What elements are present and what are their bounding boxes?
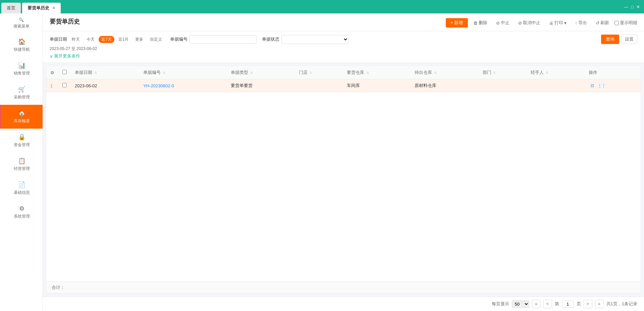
refresh-button[interactable]: ↺ 刷新 [592, 18, 612, 27]
refresh-label: 刷新 [600, 20, 609, 26]
new-button[interactable]: + 新增 [446, 18, 468, 28]
col-pending-warehouse[interactable]: 待出仓库 ⇅ [411, 66, 478, 79]
sidebar-item-label: 系统管理 [14, 214, 30, 219]
stop-button[interactable]: ⊘ 中止 [493, 18, 513, 27]
show-detail-toggle[interactable]: 显示明细 [614, 20, 637, 26]
date-filter-label: 单据日期 [50, 36, 67, 42]
op-view-icon[interactable]: ⊡ [589, 82, 596, 89]
sort-icon-department: ⇅ [493, 71, 496, 75]
total-label: 共1页，1条记录 [606, 301, 637, 307]
sidebar-item-label: 快捷导航 [14, 47, 30, 52]
page-number-input[interactable] [562, 301, 574, 308]
top-bar: 首页 要货单历史 ✕ — □ ✕ [0, 0, 644, 13]
op-icons: ⊡ ⋮⋮ [589, 82, 637, 89]
row-type: 要货单要货 [227, 79, 294, 92]
show-detail-checkbox[interactable] [614, 21, 619, 25]
sort-icon-pending-warehouse: ⇅ [434, 71, 437, 75]
sales-icon: 📊 [18, 62, 25, 69]
show-detail-label: 显示明细 [620, 20, 637, 26]
date-btn-today[interactable]: 今天 [84, 36, 97, 43]
settings-button[interactable]: 设置 [621, 35, 637, 44]
expand-down-icon: ∨ [50, 54, 53, 59]
row-number-link[interactable]: YH-20230602-0 [143, 83, 174, 88]
row-pending-warehouse: 原材料仓库 [411, 79, 478, 92]
main-content: 要货单历史 + 新增 🗑 删除 ⊘ 中止 ⊘ 取消中止 [43, 13, 644, 311]
filter-group-bill-number: 单据编号 [170, 35, 257, 44]
last-page-button[interactable]: » [595, 300, 604, 308]
sort-icon-number: ⇅ [163, 71, 165, 75]
export-icon: ↑ [575, 20, 578, 26]
select-all-checkbox[interactable] [62, 70, 67, 74]
sidebar-item-basic-info[interactable]: 📄 基础信息 [0, 176, 43, 200]
delete-button[interactable]: 🗑 删除 [470, 18, 491, 27]
sidebar-item-quick-nav[interactable]: 🏠 快捷导航 [0, 33, 43, 57]
operations-icon: 📋 [18, 157, 25, 165]
date-btn-more[interactable]: 更多 [132, 36, 146, 43]
date-btn-custom[interactable]: 自定义 [147, 36, 165, 43]
date-btn-1month[interactable]: 近1月 [116, 36, 131, 43]
expand-button[interactable]: ∨ 展开更多条件 [50, 53, 637, 59]
sidebar-item-inventory[interactable]: 🏠 库存核算 [0, 105, 43, 129]
sidebar-search[interactable]: 🔍 搜索菜单 [0, 13, 43, 33]
system-icon: ⚙ [19, 205, 24, 212]
cancel-stop-button[interactable]: ⊘ 取消中止 [515, 18, 544, 27]
col-req-warehouse[interactable]: 要货仓库 ⇅ [343, 66, 411, 79]
requisition-table: ⚙ 单据日期 ⇅ 单据编号 ⇅ 单据类型 ⇅ 门店 ⇅ 要货仓库 ⇅ 待出仓库 … [46, 66, 641, 92]
sidebar-item-finance[interactable]: 🔒 资金管理 [0, 129, 43, 152]
date-btn-yesterday[interactable]: 昨天 [69, 36, 83, 43]
filter-bar: 单据日期 昨天 今天 近7天 近1月 更多 自定义 单据编号 [43, 31, 644, 63]
quick-nav-icon: 🏠 [18, 38, 25, 45]
tab-requisition-label: 要货单历史 [28, 5, 49, 11]
bill-number-input[interactable] [190, 35, 257, 44]
col-handler[interactable]: 经手人 ⇅ [527, 66, 585, 79]
finance-icon: 🔒 [18, 133, 25, 141]
tab-home[interactable]: 首页 [1, 3, 21, 13]
cancel-stop-icon: ⊘ [518, 20, 522, 26]
print-button[interactable]: 🖨 打印 ▾ [546, 18, 570, 27]
sidebar-item-label: 库存核算 [14, 118, 30, 124]
window-close[interactable]: ✕ [636, 4, 640, 9]
row-number: YH-20230602-0 [139, 79, 227, 92]
tab-requisition-history[interactable]: 要货单历史 ✕ [22, 3, 61, 13]
sort-icon-req-warehouse: ⇅ [366, 71, 369, 75]
sidebar-item-purchase[interactable]: 🛒 采购管理 [0, 81, 43, 105]
layout: 🔍 搜索菜单 🏠 快捷导航 📊 销售管理 🛒 采购管理 🏠 库存核算 🔒 资金管… [0, 13, 644, 311]
sidebar-item-sales[interactable]: 📊 销售管理 [0, 57, 43, 81]
sidebar-item-label: 资金管理 [14, 142, 30, 148]
first-page-button[interactable]: « [532, 300, 541, 308]
date-btn-7days[interactable]: 近7天 [99, 36, 114, 43]
row-handler [527, 79, 585, 92]
row-req-warehouse: 车间库 [343, 79, 411, 92]
col-checkbox [58, 66, 71, 79]
filter-row-2: 2023-05-27 至 2023-06-02 [50, 46, 637, 52]
sidebar-item-operations[interactable]: 📋 经营管理 [0, 152, 43, 176]
purchase-icon: 🛒 [18, 86, 25, 93]
col-date[interactable]: 单据日期 ⇅ [71, 66, 139, 79]
per-page-select[interactable]: 10 20 50 100 [512, 300, 529, 308]
window-maximize[interactable]: □ [631, 4, 634, 9]
col-settings[interactable]: ⚙ [46, 66, 58, 79]
export-button[interactable]: ↑ 导出 [572, 18, 591, 27]
date-range-display: 2023-05-27 至 2023-06-02 [50, 46, 637, 52]
tab-close-icon[interactable]: ✕ [52, 6, 55, 10]
export-label: 导出 [578, 20, 587, 26]
col-department[interactable]: 部门 ⇅ [479, 66, 527, 79]
search-icon: 🔍 [19, 17, 24, 22]
query-button[interactable]: 查询 [601, 35, 619, 44]
next-page-button[interactable]: > [584, 300, 592, 308]
col-number[interactable]: 单据编号 ⇅ [139, 66, 227, 79]
op-more-icon[interactable]: ⋮⋮ [598, 82, 605, 89]
sidebar-item-label: 销售管理 [14, 71, 30, 76]
table-footer: 合计： [46, 281, 641, 293]
window-minimize[interactable]: — [624, 4, 628, 9]
col-store[interactable]: 门店 ⇅ [295, 66, 343, 79]
tabs-container: 首页 要货单历史 ✕ [0, 0, 61, 13]
sidebar-item-label: 基础信息 [14, 190, 30, 195]
col-type[interactable]: 单据类型 ⇅ [227, 66, 294, 79]
sidebar-item-system[interactable]: ⚙ 系统管理 [0, 200, 43, 224]
prev-page-button[interactable]: < [543, 300, 552, 308]
row-checkbox[interactable] [62, 83, 67, 87]
cancel-stop-label: 取消中止 [523, 20, 540, 26]
inventory-icon: 🏠 [18, 109, 25, 117]
bill-status-select[interactable] [281, 35, 348, 44]
